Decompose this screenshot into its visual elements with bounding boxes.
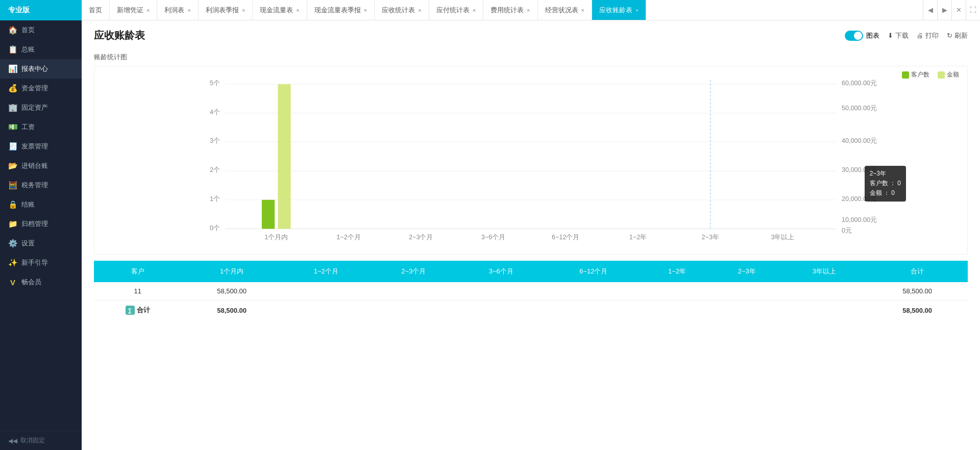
svg-text:2~3个月: 2~3个月 <box>409 234 433 241</box>
tab-ar-aging[interactable]: 应收账龄表 × <box>592 0 646 20</box>
tab-cashflow-close[interactable]: × <box>296 7 299 13</box>
tab-expense-stats-close[interactable]: × <box>527 7 530 13</box>
tab-cashflow-quarterly-label: 现金流量表季报 <box>314 6 361 15</box>
tab-cashflow[interactable]: 现金流量表 × <box>253 0 307 20</box>
invoice-icon: 🧾 <box>8 142 17 151</box>
bar-amount-1month[interactable] <box>278 84 290 229</box>
legend-customer-dot <box>902 71 909 79</box>
svg-text:1个月内: 1个月内 <box>264 234 288 241</box>
sidebar-item-invoice[interactable]: 🧾 发票管理 <box>0 137 82 156</box>
tab-ar-stats[interactable]: 应收统计表 × <box>375 0 429 20</box>
col-header-1month: 1个月内 <box>181 261 282 282</box>
sidebar-item-funds[interactable]: 💰 资金管理 <box>0 79 82 98</box>
tab-profit[interactable]: 利润表 × <box>157 0 198 20</box>
sidebar-item-label: 首页 <box>21 26 35 35</box>
svg-text:1~2个月: 1~2个月 <box>336 234 360 241</box>
chart-svg: 5个 4个 3个 2个 1个 0个 60,000.00元 50,000.00元 … <box>103 74 959 246</box>
bar-customer-1month[interactable] <box>262 200 275 229</box>
total-2to3y <box>712 301 782 320</box>
tab-list: 首页 新增凭证 × 利润表 × 利润表季报 × 现金流量表 × 现金流量表季报 … <box>82 0 923 20</box>
total-2to3 <box>370 301 457 320</box>
download-icon: ⬇ <box>888 32 893 39</box>
tab-fullscreen-button[interactable]: ⛶ <box>966 0 980 20</box>
svg-text:0元: 0元 <box>842 227 852 234</box>
tab-cashflow-quarterly-close[interactable]: × <box>364 7 367 13</box>
sidebar-item-salary[interactable]: 💵 工资 <box>0 117 82 137</box>
tab-ap-stats[interactable]: 应付统计表 × <box>429 0 483 20</box>
chart-container: 客户数 金额 5个 4个 3个 2个 1个 0个 <box>94 66 968 255</box>
legend-amount-dot <box>938 71 945 79</box>
tab-cashflow-quarterly[interactable]: 现金流量表季报 × <box>307 0 375 20</box>
tab-home[interactable]: 首页 <box>82 0 110 20</box>
sidebar-item-assets[interactable]: 🏢 固定资产 <box>0 98 82 117</box>
tab-profit-close[interactable]: × <box>187 7 190 13</box>
page-header: 应收账龄表 图表 ⬇ 下载 🖨 打印 ↻ 刷新 <box>82 20 980 46</box>
chart-toggle[interactable] <box>845 31 863 41</box>
col-header-1to2y: 1~2年 <box>642 261 712 282</box>
tab-new-voucher[interactable]: 新增凭证 × <box>110 0 157 20</box>
tab-business-status-close[interactable]: × <box>581 7 584 13</box>
cell-6to12 <box>545 282 642 301</box>
ledger-icon: 📋 <box>8 45 17 54</box>
legend-customer-count: 客户数 <box>902 70 929 79</box>
tab-business-status-label: 经营状况表 <box>545 6 578 15</box>
reports-icon: 📊 <box>8 64 17 73</box>
cell-1to2y <box>642 282 712 301</box>
refresh-button[interactable]: ↻ 刷新 <box>947 31 968 40</box>
sidebar-pin-toggle[interactable]: ◀◀ 取消固定 <box>0 431 82 450</box>
tab-profit-quarterly[interactable]: 利润表季报 × <box>199 0 253 20</box>
assets-icon: 🏢 <box>8 103 17 112</box>
tab-profit-quarterly-close[interactable]: × <box>242 7 245 13</box>
sidebar-item-label: 报表中心 <box>21 64 48 73</box>
sidebar-item-reports[interactable]: 📊 报表中心 <box>0 59 82 79</box>
table-total-row: ∑ 合计 58,500.00 58,500.00 <box>94 301 968 320</box>
total-over3y <box>782 301 867 320</box>
svg-text:10,000.00元: 10,000.00元 <box>842 216 877 223</box>
tab-next-button[interactable]: ▶ <box>937 0 951 20</box>
sidebar-item-vip[interactable]: V 畅会员 <box>0 272 82 292</box>
page-actions: 图表 ⬇ 下载 🖨 打印 ↻ 刷新 <box>845 31 968 41</box>
sidebar-item-label: 归档管理 <box>21 219 48 229</box>
pin-icon: ◀◀ <box>8 437 17 444</box>
cell-3to6 <box>457 282 545 301</box>
sidebar-item-archive[interactable]: 📁 归档管理 <box>0 214 82 234</box>
chart-area: 账龄统计图 客户数 金额 5个 4个 3个 <box>82 46 980 261</box>
svg-text:1~2年: 1~2年 <box>629 234 647 241</box>
sidebar-item-label: 设置 <box>21 239 35 248</box>
total-label: 合计 <box>137 306 150 315</box>
sidebar-item-label: 发票管理 <box>21 142 48 151</box>
tab-profit-label: 利润表 <box>164 6 184 15</box>
tab-bar: 首页 新增凭证 × 利润表 × 利润表季报 × 现金流量表 × 现金流量表季报 … <box>82 0 980 20</box>
tab-expense-stats[interactable]: 费用统计表 × <box>483 0 537 20</box>
tab-prev-button[interactable]: ◀ <box>923 0 937 20</box>
sidebar-item-settings[interactable]: ⚙️ 设置 <box>0 234 82 253</box>
sidebar-item-home[interactable]: 🏠 首页 <box>0 20 82 40</box>
sidebar-item-close[interactable]: 🔒 结账 <box>0 195 82 214</box>
refresh-label: 刷新 <box>954 31 968 40</box>
legend-customer-label: 客户数 <box>911 70 929 79</box>
sidebar-item-label: 畅会员 <box>21 278 41 287</box>
tab-cashflow-label: 现金流量表 <box>260 6 293 15</box>
tab-ar-aging-close[interactable]: × <box>635 7 639 13</box>
archive-icon: 📁 <box>8 219 17 229</box>
tab-ar-stats-close[interactable]: × <box>418 7 421 13</box>
tab-business-status[interactable]: 经营状况表 × <box>538 0 592 20</box>
total-row-label-group: ∑ 合计 <box>98 306 177 315</box>
sidebar-item-label: 税务管理 <box>21 181 48 190</box>
col-header-6to12: 6~12个月 <box>545 261 642 282</box>
print-button[interactable]: 🖨 打印 <box>917 31 939 40</box>
cell-customer: 11 <box>94 282 181 301</box>
sidebar: 专业版 🏠 首页 📋 总账 📊 报表中心 💰 资金管理 🏢 固定资产 💵 工资 … <box>0 0 82 450</box>
tab-close-all-button[interactable]: ✕ <box>951 0 966 20</box>
sidebar-item-stock[interactable]: 📂 进销台账 <box>0 156 82 176</box>
tab-ap-stats-close[interactable]: × <box>473 7 476 13</box>
vip-icon: V <box>8 278 17 287</box>
sidebar-item-guide[interactable]: ✨ 新手引导 <box>0 253 82 272</box>
svg-text:3年以上: 3年以上 <box>771 234 794 241</box>
svg-text:0个: 0个 <box>210 224 220 232</box>
sidebar-item-tax[interactable]: 🧮 税务管理 <box>0 176 82 195</box>
tab-new-voucher-close[interactable]: × <box>146 7 150 13</box>
svg-text:40,000.00元: 40,000.00元 <box>842 137 877 144</box>
download-button[interactable]: ⬇ 下载 <box>888 31 909 40</box>
sidebar-item-ledger[interactable]: 📋 总账 <box>0 40 82 59</box>
